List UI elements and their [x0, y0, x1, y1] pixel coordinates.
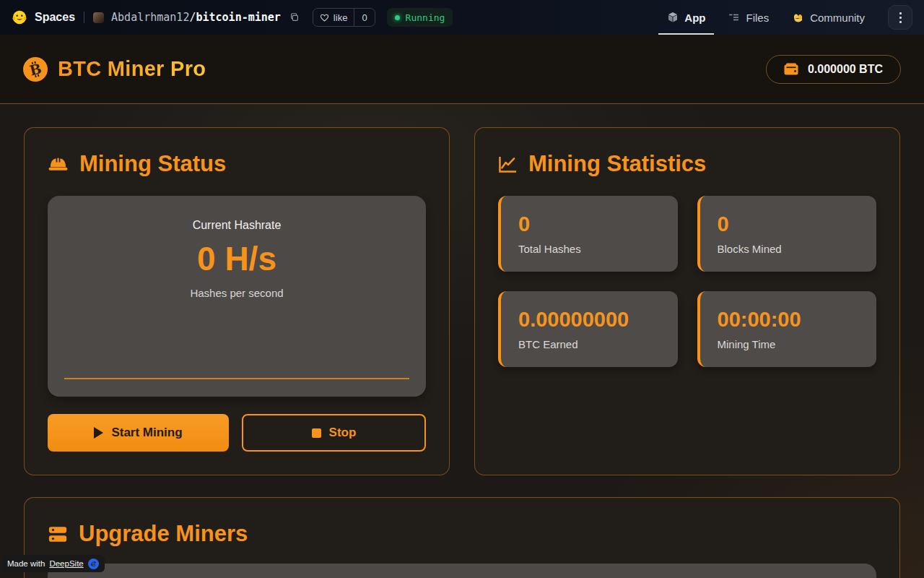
- active-tab-underline: [658, 33, 714, 35]
- menu-dot: [899, 21, 902, 23]
- huggingface-logo-icon[interactable]: [12, 9, 27, 25]
- kebab-menu-button[interactable]: [888, 5, 912, 30]
- stop-label: Stop: [329, 426, 357, 440]
- badge-prefix: Made with: [7, 559, 45, 568]
- tab-app-label: App: [684, 12, 705, 24]
- main-content: Mining Status Current Hashrate 0 H/s Has…: [24, 127, 900, 578]
- stat-label: Blocks Mined: [718, 243, 860, 255]
- cards-row: Mining Status Current Hashrate 0 H/s Has…: [24, 127, 900, 475]
- menu-dot: [899, 17, 902, 19]
- hashrate-label: Current Hashrate: [48, 219, 426, 232]
- stat-label: BTC Earned: [518, 338, 661, 350]
- spaces-brand[interactable]: Spaces: [35, 11, 75, 24]
- deepsite-badge[interactable]: Made with DeepSite: [1, 555, 105, 572]
- hashrate-display: Current Hashrate 0 H/s Hashes per second: [48, 196, 426, 397]
- stats-grid: 0 Total Hashes 0 Blocks Mined 0.00000000…: [498, 196, 876, 367]
- breadcrumb: Abdalrhman12 / bitcoin-miner: [111, 11, 281, 24]
- tab-files-label: Files: [746, 12, 769, 24]
- app-header: B BTC Miner Pro 0.000000 BTC: [0, 35, 924, 104]
- like-label: like: [334, 12, 348, 23]
- user-avatar[interactable]: [93, 12, 104, 23]
- menu-dot: [899, 12, 902, 14]
- stat-mining-time: 00:00:00 Mining Time: [697, 291, 877, 367]
- stat-btc-earned: 0.00000000 BTC Earned: [498, 291, 678, 367]
- tab-community[interactable]: Community: [792, 0, 865, 35]
- stat-value: 0: [518, 212, 661, 236]
- hashrate-value: 0 H/s: [48, 239, 426, 278]
- server-icon: [48, 525, 68, 543]
- community-icon: [792, 12, 804, 24]
- stat-label: Total Hashes: [518, 243, 661, 255]
- repo-link[interactable]: bitcoin-miner: [196, 11, 280, 24]
- path-separator: /: [189, 11, 196, 24]
- page-title: BTC Miner Pro: [58, 57, 206, 81]
- status-label: Running: [406, 12, 445, 23]
- like-button[interactable]: like 0: [313, 8, 375, 27]
- stat-value: 0.00000000: [518, 308, 661, 332]
- stat-label: Mining Time: [718, 338, 860, 350]
- heart-icon: [320, 13, 329, 22]
- page: Spaces Abdalrhman12 / bitcoin-miner: [0, 0, 924, 578]
- copy-icon[interactable]: [289, 12, 300, 22]
- wallet-balance[interactable]: 0.000000 BTC: [766, 55, 901, 84]
- tab-files[interactable]: Files: [728, 0, 769, 35]
- file-tree-icon: [728, 12, 740, 23]
- balance-value: 0.000000 BTC: [808, 63, 883, 76]
- stat-value: 0: [718, 212, 860, 236]
- mining-controls: Start Mining Stop: [48, 414, 426, 452]
- status-badge[interactable]: Running: [387, 8, 453, 27]
- like-count[interactable]: 0: [354, 9, 374, 26]
- owner-link[interactable]: Abdalrhman12: [111, 11, 189, 24]
- tab-app[interactable]: App: [667, 0, 705, 35]
- mining-statistics-title: Mining Statistics: [498, 151, 876, 177]
- mining-statistics-card: Mining Statistics 0 Total Hashes 0 Block…: [474, 127, 900, 475]
- start-mining-button[interactable]: Start Mining: [48, 414, 229, 452]
- hf-topbar: Spaces Abdalrhman12 / bitcoin-miner: [0, 0, 924, 35]
- start-mining-label: Start Mining: [111, 426, 182, 440]
- stat-blocks-mined: 0 Blocks Mined: [697, 196, 877, 272]
- stop-mining-button[interactable]: Stop: [242, 414, 426, 452]
- wallet-icon: [784, 63, 798, 76]
- stat-value: 00:00:00: [718, 308, 860, 332]
- app-brand: B BTC Miner Pro: [23, 57, 206, 82]
- chart-line-icon: [498, 155, 518, 173]
- mining-status-card: Mining Status Current Hashrate 0 H/s Has…: [24, 127, 450, 475]
- cube-icon: [667, 12, 679, 23]
- hashrate-unit: Hashes per second: [48, 287, 426, 299]
- deepsite-logo-icon: [88, 558, 99, 569]
- mining-status-title: Mining Status: [48, 151, 426, 177]
- topbar-left: Spaces Abdalrhman12 / bitcoin-miner: [12, 0, 453, 35]
- upgrade-miners-card: Upgrade Miners: [24, 497, 900, 578]
- divider: [84, 12, 84, 23]
- topbar-tabs: App Files Community: [667, 0, 912, 35]
- tab-community-label: Community: [810, 12, 865, 24]
- bitcoin-logo-icon: B: [23, 57, 48, 82]
- upgrade-list-panel: [48, 564, 876, 578]
- deepsite-link[interactable]: DeepSite: [49, 559, 83, 568]
- hashrate-chart-line: [64, 378, 409, 379]
- stop-icon: [312, 428, 321, 438]
- stat-total-hashes: 0 Total Hashes: [498, 196, 678, 272]
- status-dot-icon: [395, 15, 400, 20]
- upgrade-miners-title: Upgrade Miners: [48, 521, 876, 547]
- play-icon: [94, 427, 103, 439]
- like-main[interactable]: like: [313, 9, 354, 26]
- hard-hat-icon: [48, 155, 69, 173]
